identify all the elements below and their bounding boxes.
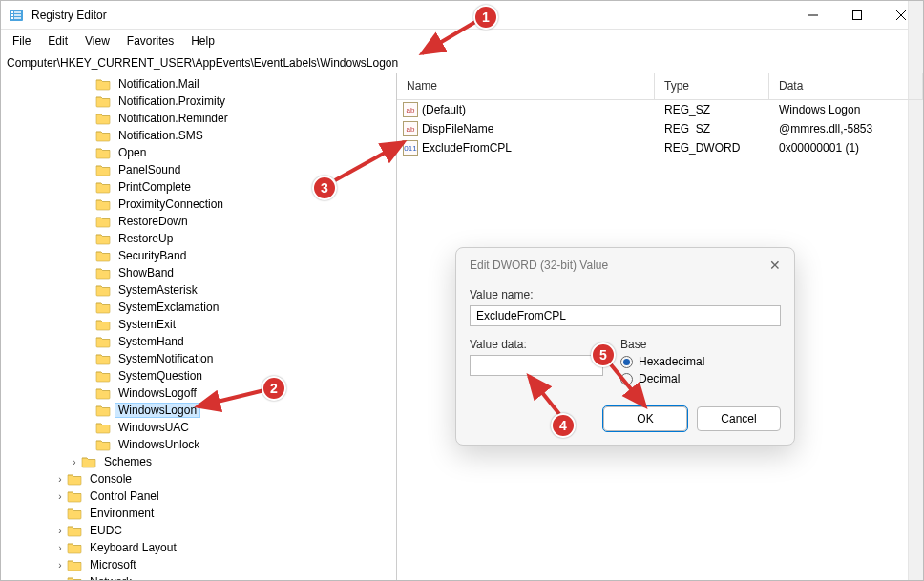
radio-hex-label: Hexadecimal (639, 355, 704, 368)
menu-help[interactable]: Help (183, 32, 222, 50)
tree-item-label: RestoreUp (115, 232, 177, 245)
value-row[interactable]: abDispFileNameREG_SZ@mmres.dll,-5853 (397, 119, 923, 138)
tree-item[interactable]: SystemExclamation (1, 299, 396, 316)
annotation-3: 3 (312, 176, 337, 200)
folder-icon (67, 489, 82, 503)
menu-file[interactable]: File (5, 32, 38, 50)
folder-icon (67, 507, 82, 520)
tree-item[interactable]: ›Keyboard Layout (1, 539, 396, 556)
tree-item[interactable]: ›Console (1, 470, 396, 488)
folder-icon (95, 112, 111, 125)
tree-item[interactable]: SystemHand (1, 333, 396, 350)
value-name: DispFileName (422, 122, 494, 135)
value-data-input[interactable] (470, 355, 603, 376)
ok-button[interactable]: OK (603, 406, 687, 431)
folder-icon (95, 438, 111, 451)
tree-item[interactable]: WindowsLogon (1, 402, 396, 419)
tree-item[interactable]: Environment (1, 505, 396, 522)
tree-item[interactable]: SecurityBand (1, 247, 396, 264)
folder-icon (95, 197, 111, 211)
menubar: File Edit View Favorites Help (1, 30, 923, 52)
value-name-input[interactable] (470, 305, 781, 326)
expand-icon[interactable]: › (53, 577, 67, 581)
tree-item-label: EUDC (86, 524, 126, 537)
tree-item[interactable]: ProximityConnection (1, 196, 396, 213)
expand-icon[interactable]: › (53, 543, 67, 553)
tree-item[interactable]: SystemExit (1, 316, 396, 333)
tree-item-label: SystemExclamation (115, 301, 222, 314)
value-row[interactable]: ab(Default)REG_SZWindows Logon (397, 100, 923, 119)
tree-item-label: Console (86, 472, 136, 486)
radio-icon (620, 356, 633, 368)
tree-item[interactable]: ›Network (1, 573, 396, 580)
address-input[interactable] (1, 54, 923, 72)
expand-icon[interactable]: › (53, 526, 67, 536)
tree-item[interactable]: Open (1, 144, 396, 161)
menu-edit[interactable]: Edit (40, 32, 75, 50)
col-data[interactable]: Data (769, 73, 923, 99)
string-value-icon: ab (403, 102, 418, 117)
annotation-5: 5 (591, 342, 616, 367)
column-headers: Name Type Data (397, 73, 923, 100)
tree-item[interactable]: PanelSound (1, 161, 396, 178)
annotation-1: 1 (473, 5, 498, 30)
folder-icon (67, 472, 82, 486)
minimize-button[interactable] (791, 1, 835, 30)
expand-icon[interactable]: › (53, 474, 67, 485)
tree-item[interactable]: RestoreUp (1, 230, 396, 247)
folder-icon (95, 77, 111, 91)
tree-item[interactable]: RestoreDown (1, 213, 396, 230)
tree-item[interactable]: SystemQuestion (1, 367, 396, 384)
col-name[interactable]: Name (397, 73, 655, 99)
tree-item-label: SystemHand (115, 335, 188, 348)
folder-icon (95, 352, 111, 365)
expand-icon[interactable]: › (53, 560, 67, 571)
cancel-button[interactable]: Cancel (697, 406, 781, 431)
tree-item-label: Keyboard Layout (86, 541, 180, 554)
tree-item-label: Schemes (100, 455, 156, 468)
expand-icon[interactable]: › (68, 457, 81, 467)
radio-hexadecimal[interactable]: Hexadecimal (620, 355, 781, 368)
menu-view[interactable]: View (77, 32, 117, 50)
folder-icon (95, 335, 111, 348)
tree-item[interactable]: Notification.Proximity (1, 93, 396, 110)
tree-item[interactable]: SystemNotification (1, 350, 396, 367)
tree-item-label: SystemQuestion (115, 369, 206, 383)
regedit-icon (9, 8, 24, 23)
key-tree[interactable]: Notification.MailNotification.ProximityN… (1, 73, 397, 580)
tree-item[interactable]: WindowsUAC (1, 419, 396, 436)
string-value-icon: ab (403, 121, 418, 136)
tree-item-label: Notification.Mail (115, 77, 203, 91)
tree-item-label: Notification.SMS (115, 129, 207, 142)
tree-item[interactable]: WindowsLogoff (1, 384, 396, 402)
tree-item[interactable]: ›Schemes (1, 453, 396, 470)
tree-item[interactable]: Notification.SMS (1, 127, 396, 144)
value-row[interactable]: 011ExcludeFromCPLREG_DWORD0x00000001 (1) (397, 138, 923, 157)
tree-item[interactable]: SystemAsterisk (1, 281, 396, 299)
tree-item[interactable]: Notification.Reminder (1, 110, 396, 127)
maximize-button[interactable] (835, 1, 879, 30)
dialog-close-button[interactable]: ✕ (769, 258, 781, 273)
value-type: REG_SZ (655, 122, 769, 135)
tree-item[interactable]: ›Microsoft (1, 556, 396, 573)
menu-favorites[interactable]: Favorites (119, 32, 181, 50)
tree-item-label: SecurityBand (115, 249, 190, 262)
tree-item[interactable]: WindowsUnlock (1, 436, 396, 453)
radio-decimal[interactable]: Decimal (620, 372, 781, 385)
folder-icon (95, 301, 111, 314)
tree-item[interactable]: ›EUDC (1, 522, 396, 539)
tree-item[interactable]: ShowBand (1, 264, 396, 281)
tree-item-label: WindowsLogoff (115, 386, 200, 400)
tree-item[interactable]: ›Control Panel (1, 488, 396, 505)
tree-item-label: WindowsUnlock (115, 438, 203, 451)
folder-icon (95, 266, 111, 280)
folder-icon (95, 318, 111, 331)
window-title: Registry Editor (32, 9, 791, 22)
address-bar (1, 52, 923, 73)
tree-item-label: ProximityConnection (115, 197, 227, 211)
svg-rect-4 (14, 11, 21, 13)
tree-item[interactable]: Notification.Mail (1, 75, 396, 93)
col-type[interactable]: Type (655, 73, 769, 99)
folder-icon (95, 180, 111, 194)
expand-icon[interactable]: › (53, 491, 67, 502)
